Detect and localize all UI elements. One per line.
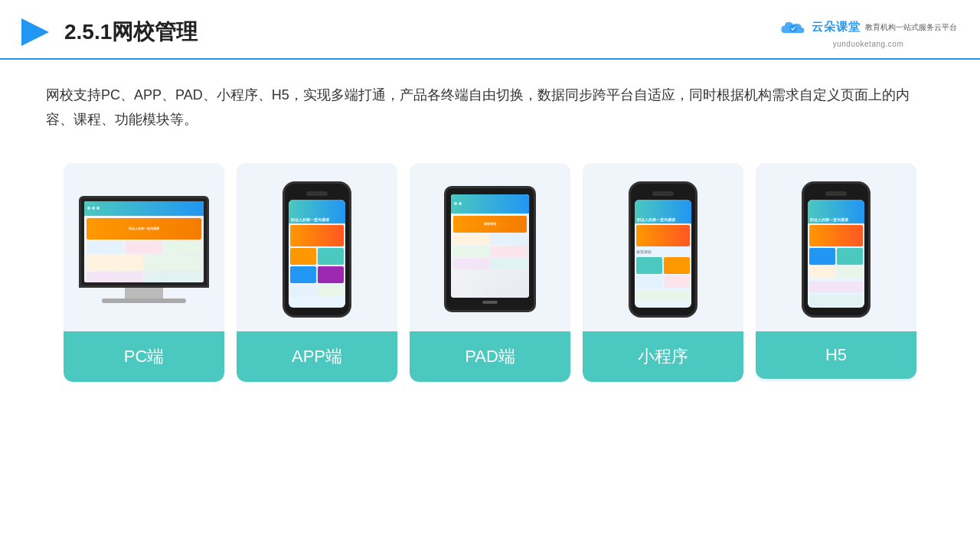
app-phone-mockup: 职达人的第一堂沟通课 [283, 181, 351, 318]
pc-mockup: 职达人的第一堂沟通课 [79, 196, 209, 303]
phone-notch-2 [652, 191, 674, 196]
card-app: 职达人的第一堂沟通课 [237, 163, 397, 382]
pc-base [102, 298, 186, 303]
h5-phone-mockup: 职达人的第一堂沟通课 [802, 181, 871, 318]
card-app-label: APP端 [237, 331, 397, 382]
miniprogram-phone-screen: 职达人的第一堂沟通课 推荐课程 [635, 200, 691, 308]
logo-tagline: 教育机构一站式服务云平台 [865, 22, 957, 33]
description-text: 网校支持PC、APP、PAD、小程序、H5，实现多端打通，产品各终端自由切换，数… [46, 83, 934, 132]
pad-tablet-mockup: 课程管理 [444, 186, 536, 312]
logo-cloud: 云朵课堂 教育机构一站式服务云平台 [779, 17, 957, 38]
phone-notch [306, 191, 328, 196]
pc-stand [125, 288, 163, 298]
card-pc: 职达人的第一堂沟通课 [64, 163, 224, 382]
h5-phone-screen: 职达人的第一堂沟通课 [808, 200, 864, 308]
play-icon [15, 14, 52, 51]
card-miniprogram: 职达人的第一堂沟通课 推荐课程 [583, 163, 743, 382]
card-pad: 课程管理 [410, 163, 570, 382]
header: 2.5.1网校管理 云朵课堂 教育机构一站式服务云平台 yunduoketang… [0, 0, 980, 60]
phone-notch-3 [825, 191, 847, 196]
logo-url: yunduoketang.com [833, 40, 904, 48]
svg-marker-0 [21, 18, 49, 46]
card-app-image: 职达人的第一堂沟通课 [237, 163, 397, 331]
pc-screen-inner: 职达人的第一堂沟通课 [84, 201, 204, 282]
card-miniprogram-image: 职达人的第一堂沟通课 推荐课程 [583, 163, 743, 331]
logo-area: 云朵课堂 教育机构一站式服务云平台 yunduoketang.com [779, 17, 957, 48]
pad-tablet-screen: 课程管理 [451, 194, 529, 298]
card-pad-image: 课程管理 [410, 163, 570, 331]
svg-point-1 [789, 24, 797, 32]
app-phone-screen: 职达人的第一堂沟通课 [289, 200, 345, 308]
page-title: 2.5.1网校管理 [64, 18, 198, 47]
card-pad-label: PAD端 [410, 331, 570, 382]
card-h5-image: 职达人的第一堂沟通课 [756, 163, 916, 331]
description: 网校支持PC、APP、PAD、小程序、H5，实现多端打通，产品各终端自由切换，数… [0, 60, 980, 140]
card-pc-image: 职达人的第一堂沟通课 [64, 163, 224, 331]
miniprogram-phone-mockup: 职达人的第一堂沟通课 推荐课程 [629, 181, 697, 318]
card-miniprogram-label: 小程序 [583, 331, 743, 382]
cards-container: 职达人的第一堂沟通课 [0, 140, 980, 405]
cloud-icon [779, 17, 807, 38]
card-pc-label: PC端 [64, 331, 224, 382]
tablet-home-button [482, 301, 498, 304]
pc-screen-outer: 职达人的第一堂沟通课 [79, 196, 209, 288]
card-h5: 职达人的第一堂沟通课 [756, 163, 916, 382]
logo-brand: 云朵课堂 [812, 20, 861, 34]
header-left: 2.5.1网校管理 [15, 14, 198, 51]
card-h5-label: H5 [756, 331, 916, 379]
